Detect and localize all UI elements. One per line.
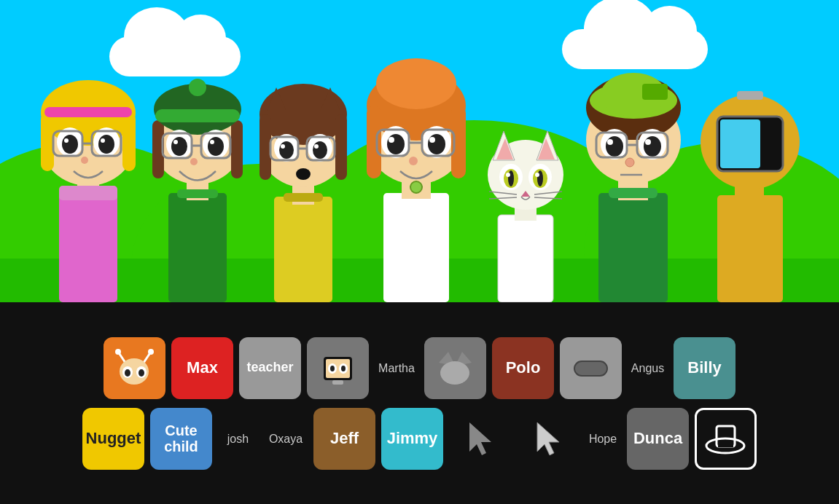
svg-rect-117 [720,119,760,168]
jimmy-label: Jimmy [387,430,438,447]
character-orange-hair-girl [358,18,475,302]
toolbar: Max teacher Martha [0,302,839,504]
svg-point-16 [81,157,88,164]
robot-icon-btn[interactable] [307,337,369,399]
nugget-label: Nugget [86,430,141,447]
jeff-btn[interactable]: Jeff [313,408,375,470]
svg-marker-141 [469,422,491,455]
svg-rect-140 [574,361,607,376]
svg-point-124 [148,349,154,355]
svg-rect-118 [760,119,780,168]
max-icon-svg [114,348,155,388]
hope-cursor-icon-2[interactable] [517,408,579,470]
character-boy-cap [577,22,690,302]
svg-rect-37 [274,197,332,302]
orange-hair-girl-svg [358,18,475,302]
cat-svg [482,69,569,302]
angus-icon-svg [571,348,611,388]
svg-point-30 [173,140,178,144]
character-green-hat-girl [147,25,249,302]
svg-point-88 [535,173,539,177]
svg-rect-17 [59,186,117,200]
svg-point-65 [387,134,405,154]
max-text-btn[interactable]: Max [171,337,233,399]
svg-point-28 [171,137,187,156]
svg-point-72 [409,157,418,165]
svg-marker-142 [537,422,559,455]
svg-point-134 [330,366,335,371]
svg-rect-112 [609,188,657,198]
svg-point-48 [313,141,327,159]
svg-rect-94 [598,193,668,302]
polo-text-btn[interactable]: Polo [492,337,554,399]
svg-rect-74 [498,215,553,302]
svg-rect-6 [44,107,132,117]
teacher-btn[interactable]: teacher [239,337,301,399]
svg-point-104 [644,136,661,157]
svg-rect-0 [59,193,117,302]
svg-rect-55 [284,193,323,202]
svg-rect-4 [41,113,54,171]
dunca-label: Dunca [633,430,682,447]
svg-rect-56 [383,193,449,302]
hope-cursor-icon-1[interactable] [449,408,511,470]
green-hat-girl-svg [147,25,249,302]
svg-rect-24 [155,109,240,122]
cute-child-label: Cutechild [164,422,198,454]
svg-point-106 [645,139,651,145]
svg-point-49 [281,144,285,149]
svg-point-66 [428,134,445,154]
hat-icon-svg [702,415,749,462]
billy-text-btn[interactable]: Billy [674,337,735,399]
svg-rect-60 [367,106,381,178]
martha-label: Martha [375,362,418,375]
polo-label: Polo [506,359,541,377]
svg-rect-42 [335,114,347,180]
toolbar-row-1: Max teacher Martha [104,337,735,399]
svg-point-31 [210,140,214,144]
cursor-icon-svg-2 [534,419,563,459]
svg-point-122 [115,349,121,355]
boy-cap-svg [577,22,690,302]
svg-point-9 [62,135,78,154]
svg-point-68 [429,137,435,143]
character-brown-hair-girl [256,33,351,302]
pink-girl-svg [37,25,139,302]
cute-child-btn[interactable]: Cutechild [150,408,212,470]
robot-svg [697,29,803,302]
svg-rect-113 [717,195,783,302]
dunca-btn[interactable]: Dunca [627,408,689,470]
angus-label: Angus [628,362,668,375]
svg-point-73 [410,181,422,193]
svg-rect-22 [231,120,243,178]
svg-point-105 [607,139,613,145]
hat-icon-btn[interactable] [695,408,757,470]
svg-point-67 [389,137,394,143]
svg-rect-36 [177,189,218,198]
svg-point-139 [440,361,469,385]
svg-point-110 [625,158,634,167]
svg-rect-18 [168,193,227,302]
josh-label: josh [218,433,258,446]
svg-rect-145 [718,441,733,447]
max-icon-btn[interactable] [104,337,165,399]
jimmy-btn[interactable]: Jimmy [381,408,443,470]
svg-point-12 [101,138,105,143]
svg-point-103 [606,136,623,157]
svg-point-128 [125,369,130,377]
scene [0,0,839,302]
nugget-btn[interactable]: Nugget [82,408,144,470]
polo-icon-btn[interactable] [424,337,486,399]
svg-point-11 [64,138,69,143]
svg-point-135 [341,366,346,371]
svg-point-29 [208,137,224,156]
svg-point-62 [376,58,456,109]
svg-point-54 [296,168,311,180]
svg-rect-120 [737,91,763,100]
angus-icon-btn[interactable] [560,337,622,399]
svg-point-10 [98,135,114,154]
polo-icon-svg [435,348,475,388]
teacher-label: teacher [246,361,293,375]
hope-label: Hope [585,433,621,446]
svg-point-25 [189,79,206,96]
